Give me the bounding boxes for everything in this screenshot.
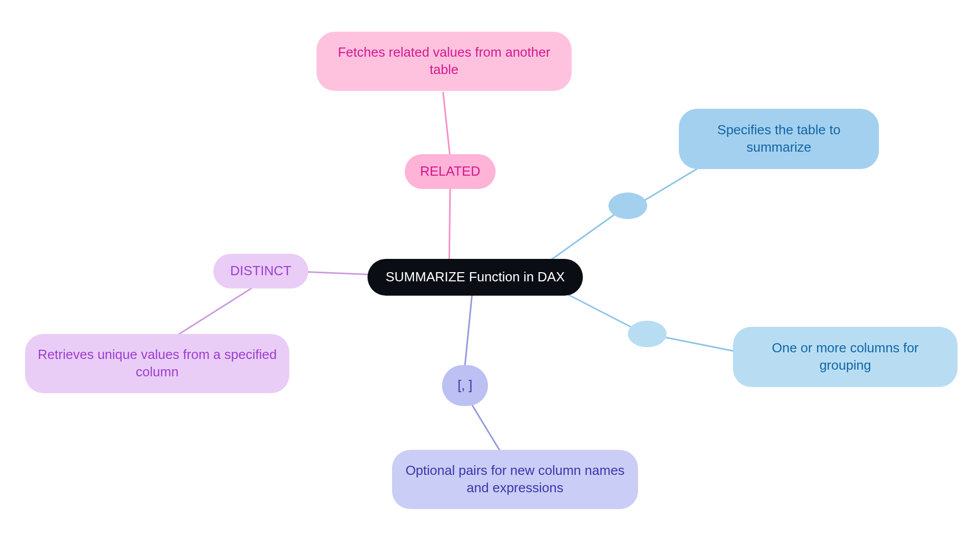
related-node[interactable]: RELATED: [405, 154, 496, 189]
related-label: RELATED: [420, 163, 480, 180]
pairs-label: [, ]: [458, 377, 473, 394]
specifies-desc: Specifies the table to summarize: [691, 122, 867, 156]
pairs-desc: Optional pairs for new column names and …: [404, 462, 626, 497]
grouping-node[interactable]: One or more columns for grouping: [733, 327, 958, 387]
mindmap-canvas: SUMMARIZE Function in DAX RELATED Fetche…: [0, 0, 980, 553]
specifies-node[interactable]: Specifies the table to summarize: [679, 109, 879, 169]
center-node[interactable]: SUMMARIZE Function in DAX: [368, 259, 583, 296]
line-center-pairs: [464, 294, 472, 370]
center-label: SUMMARIZE Function in DAX: [385, 269, 565, 286]
grouping-desc: One or more columns for grouping: [745, 340, 945, 374]
line-related-desc: [443, 92, 450, 158]
distinct-desc: Retrieves unique values from a specified…: [37, 346, 277, 381]
pairs-desc-node[interactable]: Optional pairs for new column names and …: [392, 450, 638, 509]
distinct-node[interactable]: DISTINCT: [213, 254, 308, 288]
related-desc-node[interactable]: Fetches related values from another tabl…: [316, 32, 572, 91]
blue-dot-2[interactable]: [628, 321, 667, 347]
pairs-node[interactable]: [, ]: [442, 365, 488, 406]
distinct-desc-node[interactable]: Retrieves unique values from a specified…: [25, 334, 289, 393]
line-center-related: [449, 181, 450, 268]
blue-dot-1[interactable]: [608, 193, 647, 219]
distinct-label: DISTINCT: [230, 262, 291, 280]
related-desc: Fetches related values from another tabl…: [329, 44, 559, 79]
